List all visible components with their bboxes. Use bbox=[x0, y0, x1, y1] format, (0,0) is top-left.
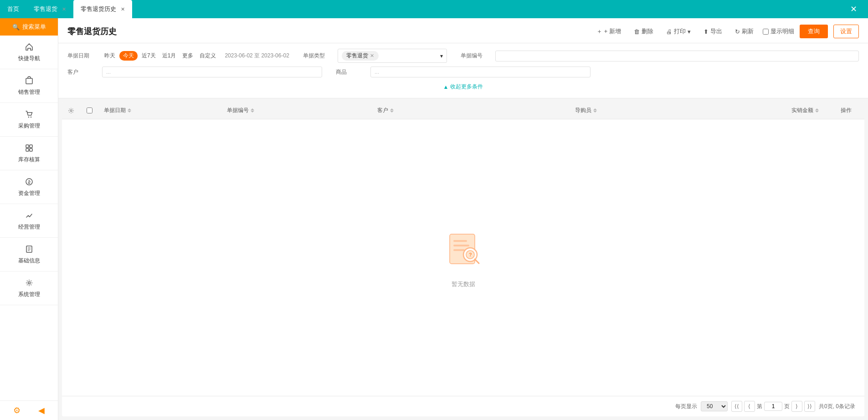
page-nav: ⟨⟨ ⟨ 第 页 ⟩ ⟩⟩ bbox=[731, 401, 815, 412]
export-icon: ⬆ bbox=[704, 28, 709, 35]
sidebar-item-system[interactable]: 系统管理 bbox=[0, 271, 58, 305]
svg-rect-14 bbox=[453, 249, 465, 251]
query-button[interactable]: 查询 bbox=[800, 25, 828, 38]
page-num-label: 第 bbox=[757, 403, 762, 410]
bill-no-input[interactable] bbox=[495, 51, 859, 61]
empty-text: 暂无数据 bbox=[452, 280, 475, 288]
sidebar-item-basic-info[interactable]: 基础信息 bbox=[0, 238, 58, 271]
sidebar-search-label: 搜索菜单 bbox=[22, 23, 46, 31]
tab-retail-return[interactable]: 零售退货 ✕ bbox=[26, 0, 73, 18]
sidebar-item-finance[interactable]: 资金管理 bbox=[0, 170, 58, 204]
delete-button[interactable]: 🗑 删除 bbox=[630, 26, 657, 37]
sidebar-item-system-label: 系统管理 bbox=[18, 291, 40, 298]
main-layout: 🔍 搜索菜单 快捷导航 销售管理 采购管理 库存核算 bbox=[0, 18, 868, 420]
svg-point-10 bbox=[70, 110, 72, 112]
export-button[interactable]: ⬆ 导出 bbox=[700, 26, 726, 37]
th-date: 单据日期 bbox=[98, 107, 221, 114]
th-action: 操作 bbox=[828, 107, 864, 114]
sidebar-item-sales[interactable]: 销售管理 bbox=[0, 69, 58, 103]
window-close-button[interactable]: ✕ bbox=[847, 4, 861, 14]
1month-btn[interactable]: 近1月 bbox=[160, 51, 179, 61]
collapse-row: ▲ 收起更多条件 bbox=[67, 81, 859, 92]
sidebar-item-purchase[interactable]: 采购管理 bbox=[0, 103, 58, 137]
refresh-button[interactable]: ↻ 刷新 bbox=[731, 26, 757, 37]
table-settings-button[interactable] bbox=[62, 107, 80, 114]
show-detail-checkbox[interactable]: 显示明细 bbox=[763, 27, 794, 36]
page-number-input[interactable] bbox=[764, 402, 782, 411]
th-amount: 实销金额 bbox=[720, 107, 828, 114]
th-bill-no: 单据编号 bbox=[221, 107, 372, 114]
goods-filter-input[interactable]: ... bbox=[370, 67, 591, 77]
svg-rect-4 bbox=[30, 145, 32, 148]
sidebar: 🔍 搜索菜单 快捷导航 销售管理 采购管理 库存核算 bbox=[0, 18, 58, 420]
sort-customer-icon[interactable] bbox=[390, 108, 394, 113]
svg-point-2 bbox=[30, 117, 31, 118]
svg-point-7 bbox=[26, 179, 32, 185]
print-button[interactable]: 🖨 打印 ▾ bbox=[663, 26, 694, 37]
more-btn[interactable]: 更多 bbox=[180, 51, 195, 61]
content-area: 零售退货历史 ＋ + 新增 🗑 删除 🖨 打印 ▾ ⬆ 导出 bbox=[58, 18, 868, 420]
7days-btn[interactable]: 近7天 bbox=[139, 51, 158, 61]
collapse-up-icon: ▲ bbox=[443, 84, 449, 90]
tab-home[interactable]: 首页 bbox=[0, 0, 26, 18]
table-header: 单据日期 单据编号 客户 bbox=[62, 102, 864, 119]
page-next-button[interactable]: ⟩ bbox=[791, 401, 802, 412]
table-area: 单据日期 单据编号 客户 bbox=[62, 102, 864, 416]
th-action-label: 操作 bbox=[841, 107, 852, 114]
select-all-checkbox[interactable] bbox=[87, 108, 92, 113]
page-title: 零售退货历史 bbox=[67, 26, 117, 37]
sidebar-item-operations[interactable]: 经营管理 bbox=[0, 204, 58, 238]
th-amount-label: 实销金额 bbox=[791, 107, 813, 114]
type-filter-select[interactable]: 零售退货 ✕ ▾ bbox=[338, 49, 447, 63]
type-select-arrow: ▾ bbox=[440, 53, 443, 59]
page-prev-button[interactable]: ⟨ bbox=[744, 401, 755, 412]
date-range-text: 2023-06-02 至 2023-06-02 bbox=[225, 52, 289, 60]
date-buttons: 昨天 今天 近7天 近1月 更多 自定义 bbox=[102, 51, 218, 61]
page-last-button[interactable]: ⟩⟩ bbox=[804, 401, 815, 412]
today-btn[interactable]: 今天 bbox=[119, 51, 138, 61]
add-button[interactable]: ＋ + 新增 bbox=[593, 26, 625, 37]
type-tag-remove[interactable]: ✕ bbox=[370, 53, 374, 59]
page-size-select[interactable]: 50 10 20 100 bbox=[701, 401, 728, 411]
th-guide-label: 导购员 bbox=[575, 107, 591, 114]
filter-row-1: 单据日期 昨天 今天 近7天 近1月 更多 自定义 2023-06-02 至 2… bbox=[67, 49, 859, 63]
collapse-sidebar-button[interactable]: ◀ bbox=[38, 405, 45, 415]
top-bar-right: ✕ bbox=[847, 4, 868, 14]
sidebar-item-finance-label: 资金管理 bbox=[18, 190, 40, 197]
collapse-more-button[interactable]: ▲ 收起更多条件 bbox=[443, 81, 483, 92]
table-select-all[interactable] bbox=[80, 108, 98, 113]
sidebar-search-button[interactable]: 🔍 搜索菜单 bbox=[0, 18, 58, 36]
bill-no-filter-label: 单据编号 bbox=[461, 52, 493, 60]
th-customer-label: 客户 bbox=[377, 107, 388, 114]
home-icon bbox=[24, 42, 34, 52]
sort-guide-icon[interactable] bbox=[593, 108, 597, 113]
yesterday-btn[interactable]: 昨天 bbox=[102, 51, 118, 61]
system-icon bbox=[24, 278, 34, 288]
svg-line-17 bbox=[475, 259, 479, 263]
sidebar-item-quick-nav[interactable]: 快捷导航 bbox=[0, 36, 58, 69]
svg-rect-13 bbox=[453, 245, 469, 246]
custom-btn[interactable]: 自定义 bbox=[197, 51, 218, 61]
sidebar-item-inventory[interactable]: 库存核算 bbox=[0, 137, 58, 170]
print-icon: 🖨 bbox=[666, 28, 672, 35]
tab-retail-return-history[interactable]: 零售退货历史 ✕ bbox=[73, 0, 132, 18]
sort-amount-icon[interactable] bbox=[815, 108, 819, 113]
th-customer: 客户 bbox=[372, 107, 569, 114]
type-tag-value: 零售退货 bbox=[346, 52, 368, 60]
delete-icon: 🗑 bbox=[634, 28, 640, 35]
svg-rect-3 bbox=[26, 145, 29, 148]
setting-button[interactable]: 设置 bbox=[833, 25, 859, 38]
refresh-icon: ↻ bbox=[735, 28, 740, 35]
svg-rect-6 bbox=[30, 149, 32, 151]
show-detail-input[interactable] bbox=[763, 29, 769, 35]
customer-filter-input[interactable]: ... bbox=[102, 67, 322, 77]
sidebar-item-operations-label: 经营管理 bbox=[18, 223, 40, 231]
sort-bill-no-icon[interactable] bbox=[251, 108, 254, 113]
filter-area: 单据日期 昨天 今天 近7天 近1月 更多 自定义 2023-06-02 至 2… bbox=[58, 43, 868, 98]
sort-date-icon[interactable] bbox=[128, 108, 131, 113]
date-filter-label: 单据日期 bbox=[67, 52, 99, 60]
settings-bottom-button[interactable]: ⚙ bbox=[13, 405, 21, 415]
tab-retail-return-close[interactable]: ✕ bbox=[62, 6, 66, 12]
page-first-button[interactable]: ⟨⟨ bbox=[731, 401, 742, 412]
tab-retail-return-history-close[interactable]: ✕ bbox=[121, 6, 125, 12]
